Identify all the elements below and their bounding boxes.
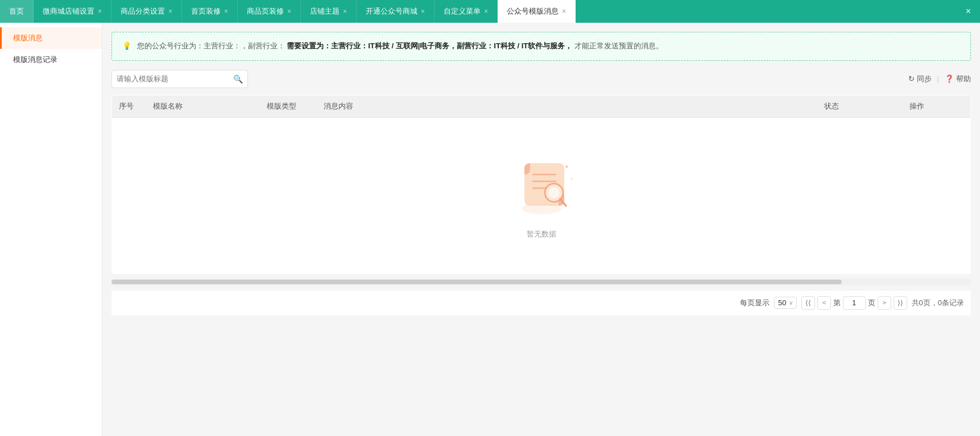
nav-tab-homepage-close[interactable]: × bbox=[224, 7, 228, 15]
nav-tab-wechat-shop-label: 微商城店铺设置 bbox=[43, 6, 94, 16]
sync-label: 同步 bbox=[917, 74, 932, 84]
page-size-value: 50 bbox=[778, 298, 786, 307]
page-size-chevron-icon: ∨ bbox=[789, 300, 793, 306]
col-header-index: 序号 bbox=[112, 95, 146, 117]
nav-tab-homepage-label: 首页装修 bbox=[191, 6, 221, 16]
nav-tab-product-page-close[interactable]: × bbox=[287, 7, 291, 15]
main-layout: 模版消息 模版消息记录 💡 您的公众号行业为：主营行业：，副营行业： 需要设置为… bbox=[0, 23, 980, 436]
sidebar-item-template-message-log-label: 模版消息记录 bbox=[13, 55, 57, 64]
nav-tab-store-theme-label: 店铺主题 bbox=[310, 6, 340, 16]
page-label-after: 页 bbox=[868, 298, 875, 308]
help-button[interactable]: ❓ 帮助 bbox=[945, 74, 971, 84]
col-header-status: 状态 bbox=[817, 95, 903, 117]
nav-tab-home-label: 首页 bbox=[9, 6, 24, 16]
nav-tab-product-category-label: 商品分类设置 bbox=[121, 6, 165, 16]
main-content: 💡 您的公众号行业为：主营行业：，副营行业： 需要设置为：主营行业：IT科技 /… bbox=[102, 23, 980, 436]
nav-tab-template-message[interactable]: 公众号模版消息 × bbox=[498, 0, 576, 23]
page-last-button[interactable]: ⟩⟩ bbox=[894, 296, 907, 310]
toolbar-right: ↻ 同步 | ❓ 帮助 bbox=[908, 74, 971, 84]
page-first-button[interactable]: ⟨⟨ bbox=[801, 296, 815, 310]
svg-text:✦: ✦ bbox=[570, 177, 573, 181]
nav-tab-template-message-label: 公众号模版消息 bbox=[507, 6, 559, 16]
col-header-type: 模版类型 bbox=[260, 95, 317, 117]
page-next-button[interactable]: ＞ bbox=[878, 296, 891, 310]
nav-tab-store-theme-close[interactable]: × bbox=[343, 7, 347, 15]
svg-point-5 bbox=[548, 187, 560, 198]
nav-tab-homepage[interactable]: 首页装修 × bbox=[182, 0, 238, 23]
nav-tab-product-category-close[interactable]: × bbox=[168, 7, 172, 15]
pagination: 每页显示 50 ∨ ⟨⟨ ＜ 第 页 ＞ ⟩⟩ 共0页，0条记录 bbox=[111, 290, 971, 315]
svg-text:✦: ✦ bbox=[564, 164, 569, 170]
help-label: 帮助 bbox=[956, 74, 971, 84]
nav-tab-custom-menu-close[interactable]: × bbox=[484, 7, 488, 15]
top-nav-bar: 首页 微商城店铺设置 × 商品分类设置 × 首页装修 × 商品页装修 × 店铺主… bbox=[0, 0, 980, 23]
nav-tab-open-shop-close[interactable]: × bbox=[421, 7, 425, 15]
nav-tab-template-message-close[interactable]: × bbox=[562, 7, 566, 15]
col-header-content: 消息内容 bbox=[317, 95, 817, 117]
nav-tab-open-shop-label: 开通公众号商城 bbox=[366, 6, 417, 16]
toolbar-divider: | bbox=[937, 74, 939, 83]
search-input[interactable] bbox=[117, 74, 233, 83]
sidebar-item-template-message-log[interactable]: 模版消息记录 bbox=[0, 49, 102, 70]
nav-tab-product-category[interactable]: 商品分类设置 × bbox=[111, 0, 182, 23]
empty-state: ✦ ✦ 暂无数据 bbox=[112, 118, 970, 273]
search-bar: 🔍 ↻ 同步 | ❓ 帮助 bbox=[111, 70, 971, 88]
page-size-select[interactable]: 50 ∨ bbox=[774, 297, 796, 309]
page-label-before: 第 bbox=[833, 298, 841, 308]
nav-tab-wechat-shop[interactable]: 微商城店铺设置 × bbox=[34, 0, 111, 23]
page-input[interactable] bbox=[843, 296, 866, 310]
table-scroll-bar-thumb bbox=[111, 280, 842, 284]
page-nav: ⟨⟨ ＜ 第 页 ＞ ⟩⟩ bbox=[801, 296, 907, 310]
bulb-icon: 💡 bbox=[122, 41, 131, 50]
help-icon: ❓ bbox=[945, 74, 954, 83]
nav-close-all-button[interactable]: × bbox=[957, 6, 980, 16]
empty-illustration: ✦ ✦ bbox=[507, 152, 576, 220]
sidebar-item-template-message[interactable]: 模版消息 bbox=[0, 27, 102, 49]
nav-tab-open-shop[interactable]: 开通公众号商城 × bbox=[357, 0, 435, 23]
sidebar: 模版消息 模版消息记录 bbox=[0, 23, 102, 436]
table-scroll-bar[interactable] bbox=[111, 279, 971, 285]
table-header: 序号 模版名称 模版类型 消息内容 状态 操作 bbox=[112, 95, 971, 117]
notice-highlight: 需要设置为：主营行业：IT科技 / 互联网|电子商务，副营行业：IT科技 / I… bbox=[287, 41, 572, 50]
sync-icon: ↻ bbox=[908, 74, 915, 83]
search-input-wrap[interactable]: 🔍 bbox=[111, 70, 248, 88]
data-table: 序号 模版名称 模版类型 消息内容 状态 操作 bbox=[111, 95, 971, 274]
page-prev-button[interactable]: ＜ bbox=[817, 296, 831, 310]
page-size-label: 每页显示 bbox=[740, 298, 770, 308]
table-body: ✦ ✦ 暂无数据 bbox=[112, 117, 971, 273]
col-header-action: 操作 bbox=[903, 95, 971, 117]
sync-button[interactable]: ↻ 同步 bbox=[908, 74, 932, 84]
table-header-row: 序号 模版名称 模版类型 消息内容 状态 操作 bbox=[112, 95, 971, 117]
nav-tab-custom-menu[interactable]: 自定义菜单 × bbox=[435, 0, 498, 23]
page-total: 共0页，0条记录 bbox=[912, 298, 964, 308]
notice-suffix: 才能正常发送预置的消息。 bbox=[574, 41, 663, 50]
col-header-name: 模版名称 bbox=[146, 95, 260, 117]
nav-tab-product-page-label: 商品页装修 bbox=[247, 6, 284, 16]
nav-tab-store-theme[interactable]: 店铺主题 × bbox=[301, 0, 357, 23]
notice-box: 💡 您的公众号行业为：主营行业：，副营行业： 需要设置为：主营行业：IT科技 /… bbox=[111, 32, 971, 61]
nav-tab-wechat-shop-close[interactable]: × bbox=[98, 7, 102, 15]
table-empty-row: ✦ ✦ 暂无数据 bbox=[112, 117, 971, 273]
nav-tab-custom-menu-label: 自定义菜单 bbox=[444, 6, 481, 16]
notice-prefix: 您的公众号行业为：主营行业：，副营行业： bbox=[137, 41, 285, 50]
nav-tab-product-page[interactable]: 商品页装修 × bbox=[238, 0, 301, 23]
sidebar-item-template-message-label: 模版消息 bbox=[13, 34, 43, 42]
search-icon[interactable]: 🔍 bbox=[233, 74, 243, 84]
empty-text: 暂无数据 bbox=[527, 229, 556, 239]
nav-tab-home[interactable]: 首页 bbox=[0, 0, 34, 23]
